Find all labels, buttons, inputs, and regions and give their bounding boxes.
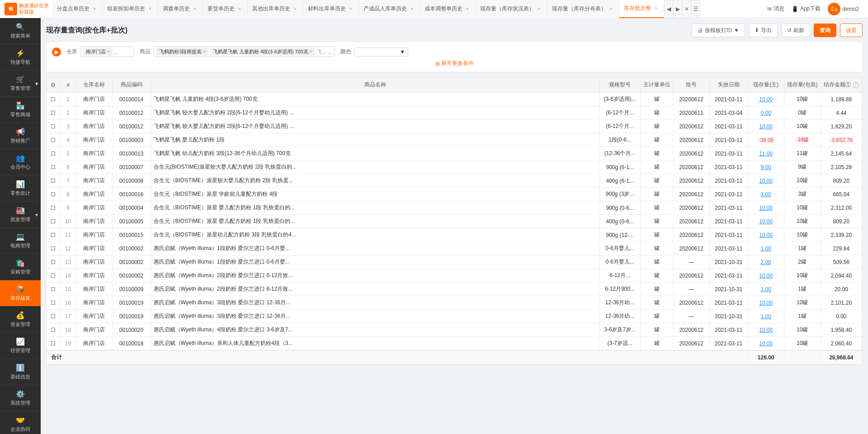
app-download-button[interactable]: 📱 App下载 [792,5,821,13]
sidebar-item-ecommerce[interactable]: 💻 电商管理 [0,228,41,254]
tab-close-xian-cun2[interactable]: × [608,6,614,12]
row-qty-main[interactable]: 10.00 [748,337,784,351]
sidebar-item-purchase[interactable]: 🛍️ 采购管理 [0,254,41,280]
sidebar-item-retail-shop[interactable]: 🏪 零售商城 [0,97,41,123]
refresh-button[interactable]: ↺ 刷新 [781,24,810,37]
tab-xian-cun1[interactable]: 现存量（库存状况表） × [476,0,547,18]
sidebar-item-inventory[interactable]: 📦 库存核算 [0,280,41,307]
warehouse-filter-input[interactable]: 南岸门店 × ... [80,47,134,57]
row-qty-main[interactable]: 11.00 [748,147,784,160]
tab-close-diao-bo[interactable]: × [192,6,198,12]
tab-yao-huo[interactable]: 要货单历史 × [203,0,248,18]
filter-color: 颜色 ▼ [340,47,408,57]
tab-xian-cun2[interactable]: 现存量（库存分布表） × [547,0,619,18]
tab-close-chu-ku[interactable]: × [292,6,298,12]
tab-close-zu-zhe[interactable]: × [147,6,153,12]
tab-close-yao-huo[interactable]: × [236,6,243,12]
tab-fen-pan[interactable]: 分盘点单历史 × [52,0,103,18]
row-qty-main[interactable]: 1.00 [748,242,784,255]
row-qty-main[interactable]: 10.00 [748,269,784,283]
product-tag1-close[interactable]: × [203,49,206,54]
tab-cai-liao[interactable]: 材料出库单历史 × [303,0,359,18]
sidebar-item-wholesale[interactable]: 🏭 批发管理 ▼ [0,202,41,228]
row-settings[interactable]: ☐ [47,160,60,174]
tab-nav-right[interactable]: ▶ [673,0,682,18]
row-qty-main[interactable]: 10.00 [748,120,784,133]
row-settings[interactable]: ☐ [47,120,60,133]
warehouse-tag-close[interactable]: × [107,49,110,54]
tab-nav-left[interactable]: ◀ [664,0,673,18]
expand-more-button[interactable]: ⊞ 展开更多条件 [52,60,857,67]
row-qty-main[interactable]: 10.00 [748,201,784,215]
product-tag2-close[interactable]: × [310,49,312,54]
product-filter-input[interactable]: 飞鹤奶粉3段两提装 × 飞鹤星飞帆 儿童奶粉 4段(3-6岁适用) 700克 ×… [153,47,335,57]
row-settings[interactable]: ☐ [47,215,60,228]
sidebar-item-marketing[interactable]: 📢 营销推广 [0,123,41,149]
row-settings[interactable]: ☐ [47,255,60,269]
row-qty-main[interactable]: 10.00 [748,93,784,106]
tab-close-cheng-ben[interactable]: × [464,6,471,12]
tab-close-xian-cun1[interactable]: × [536,6,542,12]
row-settings[interactable]: ☐ [47,93,60,106]
row-settings[interactable]: ☐ [47,188,60,201]
sidebar-item-quick-nav[interactable]: ⚡ 快捷导航 [0,44,41,71]
row-qty-main[interactable]: 1.00 [748,283,784,296]
row-qty-main[interactable]: 9.00 [748,160,784,174]
tab-close-ku-cun[interactable]: × [653,5,659,12]
export-button[interactable]: ⬇ 导出 [749,24,778,37]
message-button[interactable]: ✉ 消息 [767,5,784,13]
tab-close-fen-pan[interactable]: × [91,6,98,12]
row-qty-main[interactable]: 2.00 [748,255,784,269]
sidebar-item-corp-coop[interactable]: 🤝 企业协同 [0,411,41,434]
amount-info-icon[interactable]: i [853,82,859,88]
row-settings[interactable]: ☐ [47,106,60,120]
tab-diao-bo[interactable]: 调拨单历史 × [158,0,203,18]
row-settings[interactable]: ☐ [47,296,60,310]
user-menu[interactable]: Ea demo2 [828,3,859,15]
row-settings[interactable]: ☐ [47,201,60,215]
row-settings[interactable]: ☐ [47,337,60,351]
row-qty-main[interactable]: 0.00 [748,106,784,120]
tab-close-chan-pin[interactable]: × [409,6,415,12]
row-settings[interactable]: ☐ [47,133,60,147]
row-qty-main[interactable]: 10.00 [748,296,784,310]
table-settings-icon[interactable]: ⚙ [47,77,60,93]
filter-expand-button[interactable]: ▶ [52,47,61,57]
row-settings[interactable]: ☐ [47,242,60,255]
row-qty-main[interactable]: 10.00 [748,228,784,242]
row-qty-main[interactable]: 1.00 [748,310,784,323]
sidebar-item-search[interactable]: 🔍 搜索英单 [0,18,41,44]
tab-zu-zhe[interactable]: 组装拆卸单历史 × [103,0,158,18]
row-qty-main[interactable]: 3.00 [748,188,784,201]
sidebar-item-operations[interactable]: 📈 经营管理 [0,333,41,359]
row-qty-main[interactable]: 10.00 [748,323,784,337]
tab-close-cai-liao[interactable]: × [348,6,354,12]
row-qty-main[interactable]: 10.00 [748,174,784,188]
row-qty-main[interactable]: 10.00 [748,215,784,228]
row-settings[interactable]: ☐ [47,228,60,242]
sidebar-item-retail[interactable]: 🛒 零售管理 ▼ [0,71,41,97]
sidebar-item-basic-info[interactable]: ℹ️ 基础信息 [0,359,41,385]
tab-chan-pin[interactable]: 产成品入库单历史 × [359,0,420,18]
tab-chu-ku[interactable]: 其他出库单历史 × [248,0,303,18]
row-settings[interactable]: ☐ [47,269,60,283]
tab-nav-close[interactable]: ✕ [682,0,691,18]
row-settings[interactable]: ☐ [47,283,60,296]
template-print-button[interactable]: 🖨 按模板打印 ▼ [692,24,745,37]
query-button[interactable]: 查询 [814,24,836,37]
sidebar-item-member[interactable]: 👥 会员中心 [0,149,41,175]
sidebar-item-retail-stats[interactable]: 📊 零售统计 [0,175,41,202]
row-settings[interactable]: ☐ [47,174,60,188]
sidebar-item-sys-mgmt[interactable]: ⚙️ 系统管理 [0,385,41,411]
row-settings[interactable]: ☐ [47,147,60,160]
settings-button[interactable]: 设置 [840,24,863,37]
row-settings[interactable]: ☐ [47,323,60,337]
tab-ku-cun-pi-ci[interactable]: 库存批次整 × [619,0,664,18]
row-num: 8 [60,188,76,201]
tab-nav-menu[interactable]: ☰ [691,0,700,18]
tab-cheng-ben[interactable]: 成本调整单历史 × [420,0,476,18]
sidebar-item-finance[interactable]: 💰 资金管理 [0,307,41,333]
row-settings[interactable]: ☐ [47,310,60,323]
row-qty-main[interactable]: -39.00 [748,133,784,147]
color-filter-input[interactable]: ▼ [354,47,408,57]
